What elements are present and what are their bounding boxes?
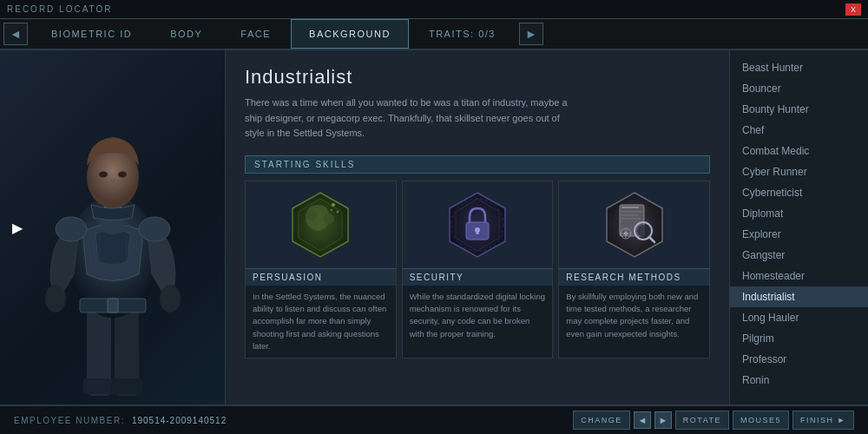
tab-face[interactable]: FACE: [222, 19, 289, 49]
svg-point-6: [160, 285, 181, 312]
nav-next-button[interactable]: ►: [654, 411, 672, 429]
list-item[interactable]: Homesteader: [730, 266, 868, 286]
background-list: Beast HunterBouncerBounty HunterChefComb…: [729, 50, 868, 404]
svg-point-21: [331, 209, 332, 211]
skill-icon-research: [559, 181, 709, 268]
list-item[interactable]: Bouncer: [730, 78, 868, 99]
character-panel: ▶: [0, 50, 226, 404]
svg-rect-2: [83, 378, 115, 394]
background-description: There was a time when all you wanted to …: [245, 95, 575, 141]
list-item[interactable]: Diplomat: [730, 203, 868, 224]
cursor-arrow: ▶: [12, 220, 23, 236]
rotate-button[interactable]: ROTATE: [675, 411, 729, 430]
svg-point-10: [118, 172, 127, 178]
skill-card-persuasion: PERSUASION In the Settled Systems, the n…: [245, 181, 397, 358]
list-item[interactable]: Combat Medic: [730, 141, 868, 161]
list-item[interactable]: Chef: [730, 120, 868, 141]
close-button[interactable]: X: [845, 3, 861, 16]
list-item[interactable]: Explorer: [730, 224, 868, 245]
skill-card-research: RESEARCH METHODS By skillfully employing…: [558, 181, 710, 358]
tab-left-button[interactable]: ◄: [3, 23, 28, 45]
skill-name-security: SECURITY: [403, 268, 553, 286]
svg-rect-33: [621, 218, 641, 220]
list-item[interactable]: Cyberneticist: [730, 182, 868, 203]
list-item[interactable]: Cyber Runner: [730, 161, 868, 182]
mouse5-button[interactable]: MOUSE5: [733, 411, 789, 430]
list-item[interactable]: Ronin: [730, 370, 868, 391]
skill-desc-security: While the standardized digital locking m…: [403, 286, 553, 345]
character-image: ▶: [0, 50, 225, 404]
list-item[interactable]: Gangster: [730, 245, 868, 266]
finish-button[interactable]: FINISH ►: [792, 411, 854, 430]
list-item[interactable]: Beast Hunter: [730, 57, 868, 78]
tab-right-button[interactable]: ►: [519, 23, 543, 45]
details-panel: Industrialist There was a time when all …: [226, 50, 729, 404]
skills-grid: PERSUASION In the Settled Systems, the n…: [245, 181, 710, 358]
skill-icon-security: [403, 181, 553, 268]
research-icon-svg: [595, 186, 674, 264]
skills-section-label: STARTING SKILLS: [245, 155, 710, 174]
svg-point-35: [637, 225, 649, 237]
bottom-bar: EMPLOYEE NUMBER: 190514-2009140512 CHANG…: [0, 404, 868, 434]
character-svg: [26, 66, 200, 404]
svg-rect-30: [621, 207, 639, 208]
svg-point-20: [337, 210, 339, 213]
list-item[interactable]: Long Hauler: [730, 307, 868, 328]
list-item[interactable]: Bounty Hunter: [730, 99, 868, 120]
skill-icon-persuasion: [246, 181, 396, 268]
svg-rect-31: [621, 211, 642, 213]
svg-point-5: [45, 285, 66, 312]
background-title: Industrialist: [245, 66, 710, 89]
skill-name-research: RESEARCH METHODS: [559, 268, 709, 286]
list-item[interactable]: Industrialist: [730, 286, 868, 307]
tab-body[interactable]: BODY: [152, 19, 220, 49]
svg-rect-26: [476, 230, 478, 234]
security-icon-svg: [438, 186, 516, 264]
main-content: ▶ Industrialist There was a time when al…: [0, 50, 868, 404]
svg-rect-32: [621, 214, 639, 216]
svg-point-19: [332, 203, 335, 207]
record-locator-title: RECORD LOCATOR: [7, 4, 113, 14]
svg-point-18: [324, 214, 334, 224]
nav-tabs-bar: ◄ BIOMETRIC ID BODY FACE BACKGROUND TRAI…: [0, 19, 868, 50]
tab-biometric-id[interactable]: BIOMETRIC ID: [33, 19, 150, 49]
list-item[interactable]: Professor: [730, 349, 868, 370]
employee-value: 190514-2009140512: [132, 416, 227, 425]
skill-name-persuasion: PERSUASION: [246, 268, 396, 286]
nav-prev-button[interactable]: ◄: [634, 411, 651, 429]
tab-traits[interactable]: TRAITS: 0/3: [411, 19, 514, 49]
top-bar: RECORD LOCATOR X: [0, 0, 868, 19]
change-button[interactable]: CHANGE: [573, 411, 630, 430]
persuasion-icon-svg: [281, 186, 359, 264]
list-item[interactable]: Pilgrim: [730, 328, 868, 349]
bottom-actions: CHANGE ◄ ► ROTATE MOUSE5 FINISH ►: [573, 411, 854, 430]
svg-point-12: [139, 217, 170, 241]
svg-point-17: [306, 210, 317, 220]
skill-card-security: SECURITY While the standardized digital …: [402, 181, 554, 358]
svg-rect-14: [108, 299, 118, 312]
skill-desc-research: By skillfully employing both new and tim…: [559, 286, 709, 345]
svg-point-11: [56, 217, 87, 241]
svg-rect-3: [111, 378, 142, 394]
skill-desc-persuasion: In the Settled Systems, the nuanced abil…: [246, 286, 396, 358]
svg-point-9: [99, 172, 108, 178]
employee-label: EMPLOYEE NUMBER:: [14, 416, 125, 425]
tab-background[interactable]: BACKGROUND: [291, 19, 409, 49]
